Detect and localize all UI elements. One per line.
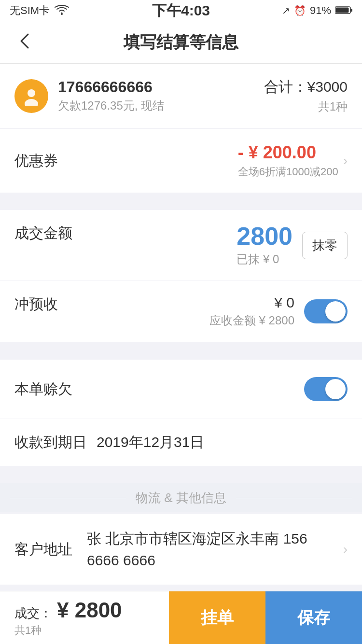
bottom-summary: 成交： ¥ 2800 共1种 xyxy=(0,598,169,638)
save-button[interactable]: 保存 xyxy=(265,591,362,644)
svg-rect-3 xyxy=(350,9,352,12)
arrears-label: 本单赊欠 xyxy=(14,379,72,399)
page-title: 填写结算等信息 xyxy=(124,31,238,54)
svg-rect-2 xyxy=(336,8,349,13)
total-count: 共1种 xyxy=(264,99,348,114)
divider-line-right xyxy=(236,498,352,498)
prepay-label: 冲预收 xyxy=(14,294,58,314)
transaction-section: 成交金额 2800 已抹 ¥ 0 抹零 冲预收 ¥ 0 应收金额 ¥ 2800 xyxy=(0,210,362,342)
separator xyxy=(0,202,362,210)
coupon-amount: - ¥ 200.00 xyxy=(238,142,338,163)
amount-value: 2800 xyxy=(237,224,292,249)
battery-icon xyxy=(335,4,352,17)
prepay-main: ¥ 0 xyxy=(209,294,294,311)
nav-bar: 填写结算等信息 xyxy=(0,21,362,64)
user-left: 17666666666 欠款1276.35元, 现结 xyxy=(14,78,164,113)
total-amount: 合计：¥3000 xyxy=(264,77,348,97)
round-button[interactable]: 抹零 xyxy=(302,232,348,259)
amount-sub: 已抹 ¥ 0 xyxy=(237,252,292,267)
svg-point-5 xyxy=(25,99,38,106)
prepay-right: ¥ 0 应收金额 ¥ 2800 xyxy=(209,294,348,328)
battery-label: 91% xyxy=(310,4,331,17)
separator3 xyxy=(0,476,362,483)
avatar xyxy=(14,79,48,113)
divider-text: 物流 & 其他信息 xyxy=(136,490,226,506)
arrears-row: 本单赊欠 xyxy=(0,360,362,419)
prepay-toggle[interactable] xyxy=(304,299,348,323)
user-card: 17666666666 欠款1276.35元, 现结 合计：¥3000 共1种 xyxy=(0,64,362,128)
coupon-label: 优惠券 xyxy=(14,151,58,171)
svg-point-0 xyxy=(61,13,63,15)
deal-label: 成交： xyxy=(14,605,52,622)
chevron-right-icon: › xyxy=(343,153,348,168)
wifi-icon xyxy=(55,3,69,18)
deal-amount: ¥ 2800 xyxy=(57,598,122,622)
deal-label-row: 成交： ¥ 2800 xyxy=(14,598,154,622)
user-phone: 17666666666 xyxy=(58,78,164,96)
svg-point-4 xyxy=(28,89,35,97)
back-button[interactable] xyxy=(14,28,35,57)
deal-sub: 共1种 xyxy=(14,623,154,638)
due-row: 收款到期日 2019年12月31日 xyxy=(0,419,362,466)
amount-right: 2800 已抹 ¥ 0 抹零 xyxy=(237,224,348,267)
user-total: 合计：¥3000 共1种 xyxy=(264,77,348,114)
sim-label: 无SIM卡 xyxy=(10,3,50,18)
chevron-right-icon-2: › xyxy=(343,542,348,557)
due-label: 收款到期日 xyxy=(14,433,87,452)
amount-row: 成交金额 2800 已抹 ¥ 0 抹零 xyxy=(0,210,362,281)
separator2 xyxy=(0,352,362,360)
address-label: 客户地址 xyxy=(14,540,72,560)
address-value: 张 北京市市辖区海淀区永丰南 156 6666 6666 xyxy=(87,528,343,571)
prepay-sub: 应收金额 ¥ 2800 xyxy=(209,313,294,328)
hang-button[interactable]: 挂单 xyxy=(169,591,265,644)
due-value: 2019年12月31日 xyxy=(97,433,204,452)
status-time: 下午4:03 xyxy=(152,1,210,21)
prepay-amount: ¥ 0 应收金额 ¥ 2800 xyxy=(209,294,294,328)
prepay-row: 冲预收 ¥ 0 应收金额 ¥ 2800 xyxy=(0,281,362,342)
amount-label: 成交金额 xyxy=(14,224,72,243)
status-bar: 无SIM卡 下午4:03 ↗ ⏰ 91% xyxy=(0,0,362,21)
address-row[interactable]: 客户地址 张 北京市市辖区海淀区永丰南 156 6666 6666 › xyxy=(0,514,362,585)
arrears-section: 本单赊欠 收款到期日 2019年12月31日 xyxy=(0,360,362,466)
status-right: ↗ ⏰ 91% xyxy=(282,4,352,17)
coupon-desc: 全场6折满1000减200 xyxy=(238,165,338,179)
alarm-icon: ⏰ xyxy=(294,5,306,16)
divider-section: 物流 & 其他信息 xyxy=(0,483,362,512)
coupon-right: - ¥ 200.00 全场6折满1000减200 › xyxy=(238,142,348,179)
divider-line-left xyxy=(10,498,126,498)
user-info: 17666666666 欠款1276.35元, 现结 xyxy=(58,78,164,113)
arrears-toggle[interactable] xyxy=(304,377,348,401)
status-left: 无SIM卡 xyxy=(10,3,69,18)
coupon-row[interactable]: 优惠券 - ¥ 200.00 全场6折满1000减200 › xyxy=(0,129,362,193)
user-desc: 欠款1276.35元, 现结 xyxy=(58,98,164,113)
coupon-info: - ¥ 200.00 全场6折满1000减200 xyxy=(238,142,338,179)
amount-info: 2800 已抹 ¥ 0 xyxy=(237,224,292,267)
location-icon: ↗ xyxy=(282,5,290,16)
bottom-bar: 成交： ¥ 2800 共1种 挂单 保存 xyxy=(0,591,362,644)
